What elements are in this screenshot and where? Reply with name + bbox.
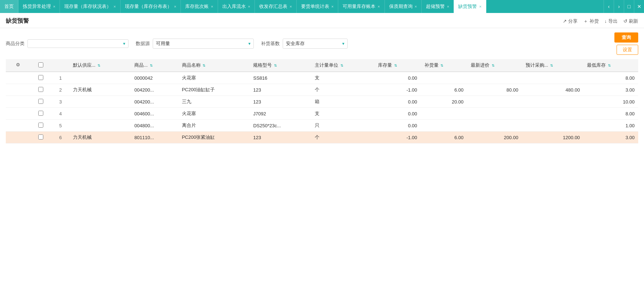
tab-available-ledger[interactable]: 可用量库存账本 × [338, 0, 384, 13]
query-button[interactable]: 查询 [614, 32, 638, 43]
tab-close-available-ledger[interactable]: × [378, 4, 380, 9]
row-spec: 123 [249, 96, 311, 108]
row-replenish-qty: 6.00 [421, 132, 467, 144]
share-button[interactable]: ↗ 分享 [563, 18, 578, 25]
col-min-stock-header[interactable]: 最低库存 ⇅ [583, 59, 638, 72]
tab-close-pick-exception[interactable]: × [53, 4, 55, 9]
tab-maximize-btn[interactable]: □ [624, 0, 634, 13]
tab-scroll-right-btn[interactable]: › [614, 0, 624, 13]
replenish-button[interactable]: ＋ 补货 [583, 18, 599, 25]
tab-close-current-stock-status[interactable]: × [113, 4, 116, 9]
row-default-supplier [69, 96, 131, 108]
tab-close-inout-flow[interactable]: × [248, 4, 250, 9]
tab-current-stock-distribution[interactable]: 现存量（库存分布表） × [121, 0, 181, 13]
row-latest-price: 80.00 [467, 84, 522, 96]
tab-receipt-summary[interactable]: 收发存汇总表 × [255, 0, 296, 13]
tab-close-receipt-summary[interactable]: × [290, 4, 292, 9]
sort-default-supplier-icon: ⇅ [97, 63, 100, 67]
category-select[interactable]: ▾ [27, 39, 129, 48]
tab-close-overstock-warning[interactable]: × [447, 4, 449, 9]
row-unit: 箱 [311, 96, 374, 108]
row-stock-qty: -1.00 [374, 84, 421, 96]
row-product-code: 004600... [131, 108, 178, 120]
row-checkbox-cell [30, 108, 52, 120]
tab-expiry-query[interactable]: 保质期查询 × [385, 0, 422, 13]
row-default-supplier: 力天机械 [69, 132, 131, 144]
data-table: ⚙ 默认供应... ⇅ 商品... ⇅ 商品名称 ⇅ [6, 59, 638, 144]
select-all-checkbox[interactable] [38, 62, 43, 67]
row-checkbox-2[interactable] [38, 99, 43, 104]
tab-home[interactable]: 首页 [0, 0, 18, 13]
row-unit: 个 [311, 84, 374, 96]
tab-demand-stats[interactable]: 要货单统计表 × [297, 0, 338, 13]
tab-close-expiry-query[interactable]: × [415, 4, 417, 9]
replenish-basis-label: 补货基数 [261, 40, 280, 47]
row-checkbox-cell [30, 84, 52, 96]
row-min-stock: 3.00 [583, 84, 638, 96]
col-product-code-header[interactable]: 商品... ⇅ [131, 59, 178, 72]
row-unit: 只 [311, 120, 374, 132]
category-chevron-icon: ▾ [123, 41, 125, 46]
row-checkbox-5[interactable] [38, 134, 43, 140]
col-latest-price-header[interactable]: 最新进价 ⇅ [467, 59, 522, 72]
row-checkbox-0[interactable] [38, 75, 43, 80]
col-estimated-purchase-header[interactable]: 预计采购... ⇅ [522, 59, 584, 72]
row-estimated-purchase [522, 96, 584, 108]
row-settings-cell [6, 132, 30, 144]
col-default-supplier-header[interactable]: 默认供应... ⇅ [69, 59, 131, 72]
row-unit: 支 [311, 72, 374, 84]
col-spec-header[interactable]: 规格型号 ⇅ [249, 59, 311, 72]
tab-close-batch-account[interactable]: × [211, 4, 213, 9]
row-settings-cell [6, 84, 30, 96]
row-settings-cell [6, 72, 30, 84]
column-settings-icon[interactable]: ⚙ [15, 62, 21, 69]
tab-close-all-btn[interactable]: ✕ [634, 0, 644, 13]
row-default-supplier [69, 108, 131, 120]
tab-scroll-left-btn[interactable]: ‹ [604, 0, 614, 13]
row-estimated-purchase [522, 72, 584, 84]
header-actions: ↗ 分享 ＋ 补货 ↓ 导出 ↺ 刷新 [563, 18, 639, 25]
col-replenish-qty-header[interactable]: 补货量 ⇅ [421, 59, 467, 72]
tab-close-demand-stats[interactable]: × [331, 4, 334, 9]
table-row: 6 力天机械 801110... PC200张紧油缸 123 个 -1.00 6… [6, 132, 638, 144]
settings-button[interactable]: 设置 [617, 45, 638, 55]
col-product-name-header[interactable]: 商品名称 ⇅ [178, 59, 250, 72]
datasource-label: 数据源 [136, 40, 150, 47]
row-latest-price: 200.00 [467, 132, 522, 144]
tab-current-stock-status[interactable]: 现存量（库存状况表） × [60, 0, 120, 13]
col-unit-header[interactable]: 主计量单位 ⇅ [311, 59, 374, 72]
refresh-button[interactable]: ↺ 刷新 [623, 18, 638, 25]
row-product-name: PC200张紧油缸 [178, 132, 250, 144]
replenish-basis-select[interactable]: 安全库存 ▾ [283, 39, 348, 49]
tab-shortage-warning[interactable]: 缺货预警 × [454, 0, 486, 13]
row-latest-price [467, 120, 522, 132]
tab-overstock-warning[interactable]: 超储预警 × [422, 0, 454, 13]
refresh-icon: ↺ [623, 18, 627, 24]
tab-close-current-stock-distribution[interactable]: × [174, 4, 176, 9]
row-spec: 123 [249, 132, 311, 144]
row-replenish-qty: 20.00 [421, 96, 467, 108]
row-checkbox-4[interactable] [38, 123, 43, 128]
replenish-icon: ＋ [583, 18, 588, 25]
row-product-code: 004800... [131, 120, 178, 132]
tab-close-shortage-warning[interactable]: × [479, 4, 481, 9]
tab-pick-exception[interactable]: 拣货异常处理 × [18, 0, 60, 13]
row-estimated-purchase [522, 108, 584, 120]
tab-batch-account[interactable]: 库存批次账 × [181, 0, 218, 13]
sort-estimated-purchase-icon: ⇅ [550, 63, 553, 67]
datasource-select[interactable]: 可用量 ▾ [153, 39, 254, 49]
export-button[interactable]: ↓ 导出 [605, 18, 618, 25]
row-checkbox-3[interactable] [38, 111, 43, 116]
sort-stock-qty-icon: ⇅ [394, 63, 397, 67]
page-title: 缺货预警 [6, 17, 563, 25]
row-checkbox-1[interactable] [38, 87, 43, 92]
sort-latest-price-icon: ⇅ [492, 63, 495, 67]
row-index: 4 [52, 108, 69, 120]
row-settings-cell [6, 120, 30, 132]
row-default-supplier [69, 72, 131, 84]
export-icon: ↓ [605, 18, 607, 24]
filter-actions: 查询 设置 [614, 32, 638, 55]
col-stock-qty-header[interactable]: 库存量 ⇅ [374, 59, 421, 72]
row-product-code: 801110... [131, 132, 178, 144]
tab-inout-flow[interactable]: 出入库流水 × [218, 0, 255, 13]
